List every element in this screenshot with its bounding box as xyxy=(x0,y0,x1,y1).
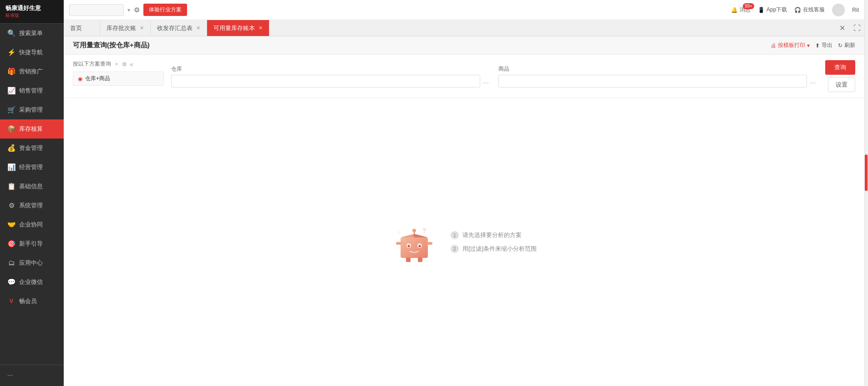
settings-scheme-btn[interactable]: ⚙ xyxy=(122,61,127,67)
print-btn[interactable]: 🖨 按模板打印 ▾ xyxy=(771,41,810,49)
export-icon: ⬆ xyxy=(815,42,820,49)
query-btn[interactable]: 查询 xyxy=(825,60,855,75)
bar-chart-icon: 📊 xyxy=(7,163,15,171)
scheme-icon: ◉ xyxy=(78,76,82,82)
sidebar-item-label: 快捷导航 xyxy=(19,48,43,57)
tab-label: 收发存汇总表 xyxy=(157,24,193,32)
sidebar-item-purchase[interactable]: 🛒 采购管理 xyxy=(0,100,64,119)
tab-label: 首页 xyxy=(70,24,82,32)
product-input[interactable] xyxy=(498,75,807,87)
phone-icon: 📱 xyxy=(758,7,765,13)
sidebar-item-marketing[interactable]: 🎁 营销推广 xyxy=(0,62,64,81)
empty-tip-2: 2 用[过滤]条件来缩小分析范围 xyxy=(451,245,537,253)
sidebar-item-system[interactable]: ⚙ 系统管理 xyxy=(0,196,64,215)
tab-available[interactable]: 可用量库存账本 ✕ xyxy=(207,20,269,36)
svg-text:?: ? xyxy=(422,227,426,234)
topbar-chevron-icon[interactable]: ▾ xyxy=(127,7,130,13)
product-more-btn[interactable]: … xyxy=(810,77,816,85)
svg-point-6 xyxy=(412,229,416,232)
box-icon: 📦 xyxy=(7,125,15,133)
sidebar-item-basic[interactable]: 📋 基础信息 xyxy=(0,177,64,196)
filter-actions: 查询 设置 xyxy=(825,60,855,92)
sidebar-item-label: 经营管理 xyxy=(19,163,43,171)
message-btn[interactable]: 🔔 消息 99+ xyxy=(731,6,751,14)
sidebar-scroll: 🔍 搜索菜单 ⚡ 快捷导航 🎁 营销推广 📈 销售管理 🛒 采购管理 📦 库存核… xyxy=(0,24,64,365)
empty-tip-1: 1 请先选择要分析的方案 xyxy=(451,231,537,239)
setting-btn[interactable]: 设置 xyxy=(828,77,855,92)
empty-state: ? ? 1 请先选择要分析的方案 2 用[过滤]条件来缩小分析范围 xyxy=(64,98,864,386)
topbar-settings-icon[interactable]: ⚙ xyxy=(134,6,140,14)
industry-btn[interactable]: 体验行业方案 xyxy=(143,4,187,16)
sidebar-item-label: 营销推广 xyxy=(19,67,43,76)
sidebar-item-operations[interactable]: 📊 经营管理 xyxy=(0,158,64,177)
sidebar-item-apps[interactable]: 🗂 应用中心 xyxy=(0,253,64,273)
svg-text:?: ? xyxy=(398,231,401,236)
tab-home[interactable]: 首页 xyxy=(64,20,100,36)
money-icon: 💰 xyxy=(7,144,15,152)
apps-icon: 🗂 xyxy=(7,259,15,267)
tip-text-1: 请先选择要分析的方案 xyxy=(462,231,522,239)
product-field: 商品 … xyxy=(498,65,817,87)
svg-rect-8 xyxy=(427,242,432,245)
sidebar-item-member[interactable]: V 畅会员 xyxy=(0,292,64,311)
sidebar-item-label: 企业微信 xyxy=(19,278,43,286)
sidebar-item-wechat[interactable]: 💬 企业微信 xyxy=(0,273,64,292)
filter-scheme[interactable]: ◉ 仓库+商品 xyxy=(73,72,164,86)
sidebar-item-label: 应用中心 xyxy=(19,259,43,267)
warehouse-input[interactable] xyxy=(171,75,480,87)
tab-label: 可用量库存账本 xyxy=(213,24,255,32)
warehouse-more-btn[interactable]: … xyxy=(483,77,489,85)
sidebar-footer: ⋯ xyxy=(0,365,64,386)
online-service-btn[interactable]: 🎧 在线客服 xyxy=(794,6,825,14)
empty-tips: 1 请先选择要分析的方案 2 用[过滤]条件来缩小分析范围 xyxy=(451,231,537,253)
content-area: 可用量查询(按仓库+商品) 🖨 按模板打印 ▾ ⬆ 导出 ↻ 刷新 xyxy=(64,36,864,386)
username[interactable]: Rit xyxy=(852,7,859,13)
sidebar-item-newbie[interactable]: 🎯 新手引导 xyxy=(0,234,64,253)
clipboard-icon: 📋 xyxy=(7,182,15,190)
tabs-close-all-btn[interactable]: ✕ xyxy=(835,20,850,36)
svg-rect-0 xyxy=(401,237,428,258)
sidebar-item-cooperation[interactable]: 🤝 企业协同 xyxy=(0,215,64,234)
app-download-btn[interactable]: 📱 App下载 xyxy=(758,6,787,14)
filter-label: 按以下方案查询 ＋ ⚙ « xyxy=(73,60,164,68)
headset-icon: 🎧 xyxy=(794,7,801,13)
tabs-bar: 首页 库存批次账 ✕ 收发存汇总表 ✕ 可用量库存账本 ✕ ✕ ⛶ xyxy=(64,20,864,36)
app-version: 标准版 xyxy=(5,12,58,19)
tab-close-icon[interactable]: ✕ xyxy=(259,25,263,31)
collapse-icon[interactable]: « xyxy=(130,61,133,68)
empty-illustration: ? ? xyxy=(391,219,437,265)
message-badge: 99+ xyxy=(743,3,754,9)
vip-icon: V xyxy=(7,298,15,304)
tabs-expand-btn[interactable]: ⛶ xyxy=(850,20,864,36)
svg-point-4 xyxy=(418,245,421,247)
add-scheme-btn[interactable]: ＋ xyxy=(114,60,119,68)
filter-left: 按以下方案查询 ＋ ⚙ « ◉ 仓库+商品 xyxy=(73,60,164,86)
sidebar-bottom-more[interactable]: ⋯ xyxy=(0,369,64,382)
chat-icon: 💬 xyxy=(7,278,15,286)
sidebar-item-label: 采购管理 xyxy=(19,106,43,114)
sidebar-item-shortcut[interactable]: ⚡ 快捷导航 xyxy=(0,43,64,62)
tab-close-icon[interactable]: ✕ xyxy=(196,25,200,31)
sidebar-item-finance[interactable]: 💰 资金管理 xyxy=(0,139,64,158)
sidebar-item-sales[interactable]: 📈 销售管理 xyxy=(0,81,64,100)
sidebar-item-label: 基础信息 xyxy=(19,182,43,190)
page-title: 可用量查询(按仓库+商品) xyxy=(73,41,150,50)
topbar-right: 🔔 消息 99+ 📱 App下载 🎧 在线客服 Rit xyxy=(731,4,859,16)
scheme-label: 仓库+商品 xyxy=(85,75,110,82)
sidebar-item-search[interactable]: 🔍 搜索菜单 xyxy=(0,24,64,43)
product-input-row: … xyxy=(498,75,817,87)
filter-right: 仓库 … 商品 … 查询 设置 xyxy=(171,60,855,92)
handshake-icon: 🤝 xyxy=(7,221,15,229)
sidebar-item-inventory[interactable]: 📦 库存核算 xyxy=(0,119,64,139)
sidebar-item-label: 搜索菜单 xyxy=(19,29,43,37)
tab-batch[interactable]: 库存批次账 ✕ xyxy=(100,20,151,36)
tab-summary[interactable]: 收发存汇总表 ✕ xyxy=(151,20,207,36)
export-btn[interactable]: ⬆ 导出 xyxy=(815,41,832,49)
refresh-btn[interactable]: ↻ 刷新 xyxy=(838,41,855,49)
sidebar-item-label: 新手引导 xyxy=(19,240,43,248)
right-scrollbar[interactable] xyxy=(864,0,868,386)
refresh-icon: ↻ xyxy=(838,42,843,49)
tab-close-icon[interactable]: ✕ xyxy=(140,25,144,31)
svg-rect-7 xyxy=(396,242,401,245)
topbar-search-input[interactable] xyxy=(69,4,124,16)
